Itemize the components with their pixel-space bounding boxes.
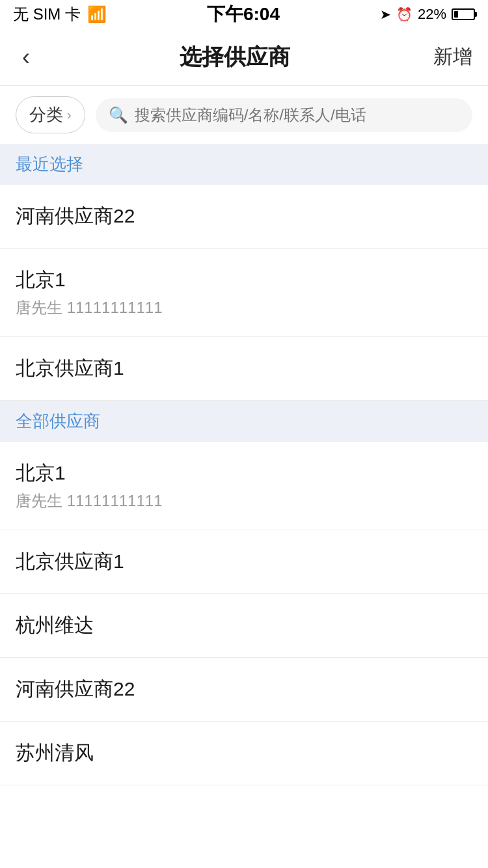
category-label: 分类: [29, 103, 63, 126]
list-item[interactable]: 苏州清风: [0, 722, 488, 785]
search-input-wrap[interactable]: 🔍: [96, 98, 472, 132]
list-item[interactable]: 北京供应商1: [0, 337, 488, 401]
battery-percent: 22%: [418, 6, 446, 23]
nav-bar: ‹ 选择供应商 新增: [0, 29, 488, 86]
item-name: 北京1: [16, 460, 472, 487]
battery-icon: [452, 8, 475, 20]
list-item[interactable]: 河南供应商22: [0, 658, 488, 722]
search-bar: 分类 › 🔍: [0, 86, 488, 144]
search-input[interactable]: [135, 106, 459, 124]
back-button[interactable]: ‹: [16, 37, 36, 77]
category-button[interactable]: 分类 ›: [16, 96, 85, 133]
all-section-label: 全部供应商: [16, 411, 100, 431]
status-right: ➤ ⏰ 22%: [380, 6, 475, 23]
list-item[interactable]: 河南供应商22: [0, 185, 488, 249]
wifi-icon: 📶: [87, 5, 107, 23]
item-name: 北京1: [16, 267, 472, 293]
item-name: 杭州维达: [16, 612, 472, 639]
list-item[interactable]: 杭州维达: [0, 594, 488, 658]
page-title: 选择供应商: [180, 42, 290, 72]
item-detail: 唐先生 11111111111: [16, 491, 472, 511]
search-icon: 🔍: [109, 106, 128, 124]
alarm-icon: ⏰: [396, 7, 413, 22]
battery-fill: [454, 11, 458, 18]
status-bar: 无 SIM 卡 📶 下午6:04 ➤ ⏰ 22%: [0, 0, 488, 29]
all-section-header: 全部供应商: [0, 401, 488, 442]
add-new-button[interactable]: 新增: [433, 44, 472, 70]
recent-section-label: 最近选择: [16, 154, 83, 174]
item-name: 北京供应商1: [16, 355, 472, 382]
list-item[interactable]: 北京1 唐先生 11111111111: [0, 442, 488, 530]
recent-items-list: 河南供应商22 北京1 唐先生 11111111111 北京供应商1: [0, 185, 488, 401]
location-icon: ➤: [380, 7, 391, 22]
item-name: 河南供应商22: [16, 203, 472, 230]
recent-section-header: 最近选择: [0, 144, 488, 185]
chevron-right-icon: ›: [67, 107, 72, 122]
list-item[interactable]: 北京供应商1: [0, 530, 488, 594]
item-name: 北京供应商1: [16, 549, 472, 575]
status-left: 无 SIM 卡 📶: [13, 4, 107, 25]
item-detail: 唐先生 11111111111: [16, 297, 472, 318]
status-time: 下午6:04: [207, 2, 280, 27]
no-sim-text: 无 SIM 卡: [13, 4, 81, 25]
item-name: 河南供应商22: [16, 676, 472, 703]
battery-icon-container: [452, 8, 475, 20]
list-item[interactable]: 北京1 唐先生 11111111111: [0, 249, 488, 337]
all-items-list: 北京1 唐先生 11111111111 北京供应商1杭州维达河南供应商22苏州清…: [0, 442, 488, 785]
item-name: 苏州清风: [16, 740, 472, 766]
